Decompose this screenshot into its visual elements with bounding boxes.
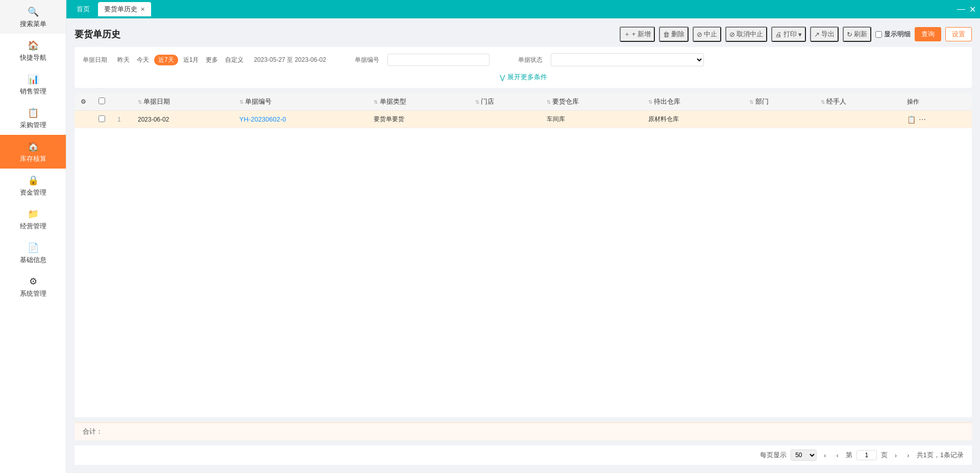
display-detail-toggle[interactable]: 显示明细	[875, 30, 911, 39]
stop-button[interactable]: ⊘ 中止	[693, 27, 721, 42]
date-btn-custom[interactable]: 自定义	[223, 55, 246, 65]
data-table: ⚙ ⇅ 单据日期 ⇅ 单据编号	[75, 93, 972, 128]
total-info: 共1页，1条记录	[917, 451, 964, 460]
tab-bar: 首页 要货单历史 ✕ — ✕	[66, 0, 980, 18]
print-button[interactable]: 🖨 打印 ▾	[771, 27, 806, 42]
row-checkbox[interactable]	[92, 111, 111, 128]
select-all-checkbox[interactable]	[99, 98, 105, 104]
row-handler	[815, 111, 901, 128]
export-icon: ↗	[814, 31, 820, 38]
settings-button[interactable]: 设置	[945, 27, 972, 41]
sort-icon: ⇅	[648, 99, 652, 105]
row-select-checkbox[interactable]	[99, 115, 105, 122]
sidebar-item-purchase-mgmt[interactable]: 📋 采购管理	[0, 101, 66, 135]
delete-button[interactable]: 🗑 删除	[659, 27, 689, 42]
sidebar-item-operations-mgmt[interactable]: 📁 经营管理	[0, 202, 66, 236]
row-actions: 📋 ⋯	[901, 111, 972, 128]
operations-mgmt-icon: 📁	[28, 208, 39, 220]
purchase-mgmt-icon: 📋	[28, 107, 39, 119]
main-area: 首页 要货单历史 ✕ — ✕ 要货单历史 ＋ + 新增 🗑 删除	[66, 0, 980, 473]
sidebar-item-finance-mgmt[interactable]: 🔒 资金管理	[0, 169, 66, 202]
page-input[interactable]	[856, 450, 877, 460]
inventory-icon: 🏠	[28, 141, 39, 152]
date-range-display: 2023-05-27 至 2023-06-02	[254, 56, 326, 64]
doc-number-link[interactable]: YH-20230602-0	[239, 115, 286, 123]
tab-home[interactable]: 首页	[70, 2, 96, 16]
date-filter-label: 单据日期	[83, 56, 107, 64]
table-header-doc-type[interactable]: ⇅ 单据类型	[368, 93, 469, 111]
row-store	[469, 111, 541, 128]
window-close-icon[interactable]: ✕	[969, 5, 976, 14]
doc-status-select[interactable]	[551, 53, 704, 66]
date-btn-yesterday[interactable]: 昨天	[115, 55, 132, 65]
refresh-button[interactable]: ↻ 刷新	[843, 27, 871, 42]
sidebar-item-sales-mgmt[interactable]: 📊 销售管理	[0, 67, 66, 101]
table-header-doc-number[interactable]: ⇅ 单据编号	[233, 93, 368, 111]
refresh-icon: ↻	[847, 31, 852, 38]
table-header-store[interactable]: ⇅ 门店	[469, 93, 541, 111]
row-edit-icon[interactable]: 📋	[907, 115, 916, 124]
tab-requisition-history[interactable]: 要货单历史 ✕	[98, 2, 151, 16]
date-btn-1month[interactable]: 近1月	[181, 55, 201, 65]
sort-icon: ⇅	[475, 99, 479, 105]
table-row: 1 2023-06-02 YH-20230602-0 要货单要货 车间库 原材料…	[75, 111, 972, 128]
page-unit: 页	[881, 451, 888, 460]
toolbar: ＋ + 新增 🗑 删除 ⊘ 中止 ⊘ 取消中止 🖨 打印	[620, 27, 972, 42]
table-header-doc-date[interactable]: ⇅ 单据日期	[132, 93, 233, 111]
page-label: 第	[846, 451, 852, 460]
sidebar-item-inventory[interactable]: 🏠 库存核算	[0, 135, 66, 169]
prev-page-btn2[interactable]: ‹	[834, 451, 842, 460]
page-size-select[interactable]: 10 20 50 100	[791, 450, 817, 461]
sort-icon: ⇅	[239, 99, 243, 105]
export-button[interactable]: ↗ 导出	[810, 27, 839, 42]
date-btn-more[interactable]: 更多	[204, 55, 220, 65]
table-header-department[interactable]: ⇅ 部门	[743, 93, 815, 111]
table-header-checkbox[interactable]	[92, 93, 111, 111]
print-icon: 🖨	[775, 31, 782, 38]
expand-more-conditions[interactable]: ⋁ 展开更多条件	[500, 73, 547, 82]
sidebar-item-quick-nav[interactable]: 🏠 快捷导航	[0, 34, 66, 67]
cancel-stop-icon: ⊘	[729, 31, 735, 38]
page-title: 要货单历史	[75, 28, 120, 40]
date-btn-today[interactable]: 今天	[135, 55, 151, 65]
print-dropdown-icon: ▾	[798, 31, 802, 38]
table-header-req-warehouse[interactable]: ⇅ 要货仓库	[541, 93, 642, 111]
row-settings	[75, 111, 92, 128]
next-page-btn2[interactable]: ›	[904, 451, 912, 460]
query-button[interactable]: 查询	[915, 27, 941, 41]
table-header-pending-warehouse[interactable]: ⇅ 待出仓库	[642, 93, 744, 111]
table-header-settings[interactable]: ⚙	[75, 93, 92, 111]
pagination-bar: 每页显示 10 20 50 100 ‹ ‹ 第 页 › › 共1页，1条记录	[75, 445, 972, 465]
row-department	[743, 111, 815, 128]
sort-icon: ⇅	[821, 99, 825, 105]
prev-page-btn[interactable]: ‹	[821, 451, 829, 460]
row-num: 1	[111, 111, 132, 128]
doc-number-input[interactable]	[387, 54, 489, 66]
row-more-icon[interactable]: ⋯	[919, 115, 926, 124]
stop-icon: ⊘	[697, 31, 702, 38]
expand-icon: ⋁	[500, 74, 505, 81]
table-header-handler[interactable]: ⇅ 经手人	[815, 93, 901, 111]
expand-row: ⋁ 展开更多条件	[83, 70, 964, 82]
display-detail-checkbox[interactable]	[875, 31, 882, 38]
table-header-row: ⚙ ⇅ 单据日期 ⇅ 单据编号	[75, 93, 972, 111]
sidebar-item-search-menu[interactable]: 🔍 搜索菜单	[0, 0, 66, 34]
row-doc-type: 要货单要货	[368, 111, 469, 128]
sidebar-item-system-mgmt[interactable]: ⚙ 系统管理	[0, 270, 66, 303]
new-button[interactable]: ＋ + 新增	[620, 27, 655, 42]
date-btn-7days[interactable]: 近7天	[154, 55, 178, 65]
table-header-num	[111, 93, 132, 111]
page-header: 要货单历史 ＋ + 新增 🗑 删除 ⊘ 中止 ⊘ 取消中止	[75, 27, 972, 42]
doc-number-filter-label: 单据编号	[355, 56, 379, 64]
sidebar-item-basic-info[interactable]: 📄 基础信息	[0, 236, 66, 270]
row-doc-number[interactable]: YH-20230602-0	[233, 111, 368, 128]
quick-nav-icon: 🏠	[28, 40, 39, 51]
basic-info-icon: 📄	[28, 242, 39, 253]
window-minimize-icon[interactable]: —	[957, 5, 965, 14]
sort-icon: ⇅	[749, 99, 753, 105]
cancel-stop-button[interactable]: ⊘ 取消中止	[725, 27, 767, 42]
next-page-btn[interactable]: ›	[892, 451, 900, 460]
new-icon: ＋	[624, 30, 630, 39]
page-size-label: 每页显示	[760, 451, 787, 460]
tab-close-icon[interactable]: ✕	[140, 6, 145, 13]
